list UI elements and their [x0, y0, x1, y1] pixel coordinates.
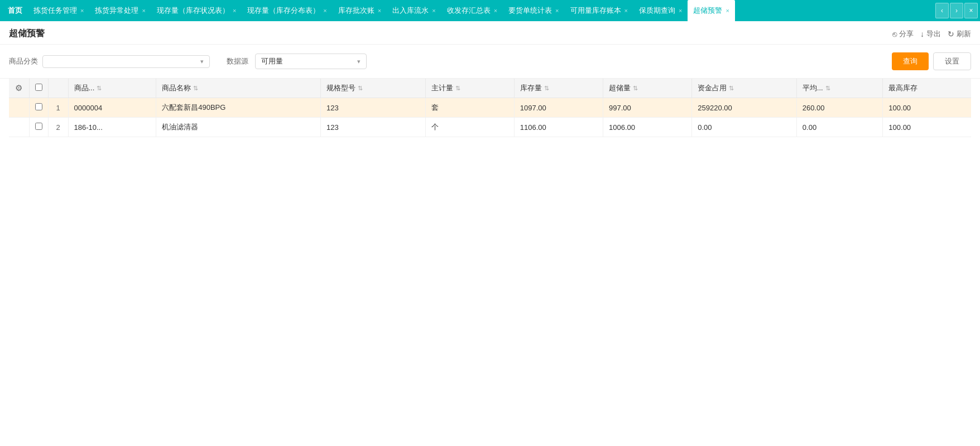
th-max-stock-label: 最高库存: [888, 83, 917, 93]
row-avg: 0.00: [796, 118, 883, 137]
th-stock: 库存量 ⇅: [514, 79, 603, 98]
sort-icon[interactable]: ⇅: [193, 85, 198, 92]
row-max-stock: 100.00: [883, 98, 971, 118]
th-avg: 平均... ⇅: [796, 79, 883, 98]
row-product-code: 0000004: [68, 98, 156, 118]
page-actions: ⎋ 分享 ↓ 导出 ↻ 刷新: [892, 29, 971, 39]
nav-item-inout-flow[interactable]: 出入库流水 ×: [387, 0, 441, 21]
th-capital-label: 资金占用: [698, 83, 727, 93]
close-icon[interactable]: ×: [679, 7, 682, 14]
category-filter: 商品分类 ▾: [9, 55, 210, 68]
close-icon[interactable]: ×: [378, 7, 381, 14]
export-icon: ↓: [920, 30, 924, 38]
sort-icon[interactable]: ⇅: [358, 85, 363, 92]
th-product-code: 商品... ⇅: [68, 79, 156, 98]
nav-item-home[interactable]: 首页: [2, 0, 28, 21]
nav-item-batch[interactable]: 库存批次账 ×: [333, 0, 387, 21]
row-number: 1: [48, 98, 68, 118]
query-button[interactable]: 查询: [892, 52, 929, 70]
th-row-num: [48, 79, 68, 98]
refresh-icon: ↻: [948, 30, 954, 38]
category-label: 商品分类: [9, 56, 38, 66]
table-container: ⚙ 商品... ⇅ 商品名称: [0, 79, 980, 146]
chevron-down-icon: ▾: [357, 58, 361, 65]
nav-item-summary[interactable]: 收发存汇总表 ×: [441, 0, 503, 21]
th-avg-label: 平均...: [803, 83, 823, 93]
share-button[interactable]: ⎋ 分享: [892, 29, 914, 39]
th-gear: ⚙: [9, 79, 29, 98]
th-checkbox: [29, 79, 48, 98]
row-capital: 0.00: [692, 118, 797, 137]
close-icon[interactable]: ×: [323, 7, 326, 14]
row-product-name: 六配套新昌490BPG: [156, 98, 321, 118]
row-overstock: 997.00: [603, 98, 692, 118]
refresh-button[interactable]: ↻ 刷新: [948, 29, 971, 39]
datasource-filter: 数据源 可用量 可用量 ▾: [227, 54, 367, 69]
page-title: 超储预警: [9, 28, 45, 40]
close-icon[interactable]: ×: [432, 7, 435, 14]
row-spec: 123: [321, 98, 426, 118]
row-stock: 1097.00: [514, 98, 603, 118]
row-product-name: 机油滤清器: [156, 118, 321, 137]
page-header: 超储预警 ⎋ 分享 ↓ 导出 ↻ 刷新: [0, 21, 980, 45]
row-avg: 260.00: [796, 98, 883, 118]
close-icon[interactable]: ×: [624, 7, 628, 14]
nav-item-inventory-status[interactable]: 现存量（库存状况表） ×: [151, 0, 242, 21]
th-product-name-label: 商品名称: [162, 83, 191, 93]
sort-icon[interactable]: ⇅: [455, 85, 460, 92]
filter-actions: 查询 设置: [892, 52, 971, 70]
table-body: 1 0000004 六配套新昌490BPG 123 套 1097.00 997.…: [9, 98, 971, 137]
chevron-down-icon: ▾: [200, 58, 204, 65]
th-max-stock: 最高库存: [883, 79, 971, 98]
sort-icon[interactable]: ⇅: [729, 85, 734, 92]
nav-item-order-stats[interactable]: 要货单统计表 ×: [503, 0, 564, 21]
th-product-code-label: 商品...: [74, 83, 95, 93]
th-spec-label: 规格型号: [326, 83, 356, 93]
export-button[interactable]: ↓ 导出: [920, 29, 941, 39]
row-overstock: 1006.00: [603, 118, 692, 137]
th-overstock-label: 超储量: [609, 83, 631, 93]
row-number: 2: [48, 118, 68, 137]
close-icon[interactable]: ×: [233, 7, 236, 14]
settings-button[interactable]: 设置: [933, 52, 971, 70]
nav-item-abnormal[interactable]: 拣货异常处理 ×: [89, 0, 151, 21]
nav-more-button[interactable]: ×: [964, 3, 978, 18]
nav-arrows: ‹ › ×: [935, 3, 978, 18]
row-gear: [9, 98, 29, 118]
share-icon: ⎋: [892, 30, 897, 38]
datasource-select[interactable]: 可用量 ▾: [255, 54, 367, 69]
table-row: 1 0000004 六配套新昌490BPG 123 套 1097.00 997.…: [9, 98, 971, 118]
page-content: 超储预警 ⎋ 分享 ↓ 导出 ↻ 刷新 商品分类 ▾ 数据源: [0, 21, 980, 446]
row-checkbox-cell: [29, 118, 48, 137]
sort-icon[interactable]: ⇅: [544, 85, 549, 92]
nav-next-button[interactable]: ›: [950, 3, 963, 18]
close-icon[interactable]: ×: [726, 7, 729, 14]
nav-item-expiry[interactable]: 保质期查询 ×: [633, 0, 688, 21]
th-capital: 资金占用 ⇅: [692, 79, 797, 98]
nav-item-inventory-dist[interactable]: 现存量（库存分布表） ×: [242, 0, 332, 21]
select-all-checkbox[interactable]: [35, 84, 42, 91]
row-checkbox[interactable]: [35, 123, 42, 130]
row-checkbox-cell: [29, 98, 48, 118]
row-unit: 套: [425, 98, 514, 118]
close-icon[interactable]: ×: [80, 7, 84, 14]
th-unit: 主计量 ⇅: [425, 79, 514, 98]
row-spec: 123: [321, 118, 426, 137]
nav-item-overstock[interactable]: 超储预警 ×: [688, 0, 734, 21]
row-stock: 1106.00: [514, 118, 603, 137]
sort-icon[interactable]: ⇅: [633, 85, 638, 92]
sort-icon[interactable]: ⇅: [825, 85, 830, 92]
th-unit-label: 主计量: [431, 83, 453, 93]
sort-icon[interactable]: ⇅: [97, 85, 102, 92]
close-icon[interactable]: ×: [494, 7, 497, 14]
settings-icon[interactable]: ⚙: [15, 83, 22, 93]
category-select[interactable]: ▾: [42, 55, 210, 68]
row-unit: 个: [425, 118, 514, 137]
nav-item-task-mgmt[interactable]: 拣货任务管理 ×: [28, 0, 89, 21]
close-icon[interactable]: ×: [555, 7, 559, 14]
nav-prev-button[interactable]: ‹: [935, 3, 949, 18]
row-checkbox[interactable]: [35, 103, 42, 110]
nav-item-available-account[interactable]: 可用量库存账本 ×: [565, 0, 633, 21]
datasource-select-value: 可用量: [261, 56, 283, 66]
close-icon[interactable]: ×: [142, 7, 145, 14]
